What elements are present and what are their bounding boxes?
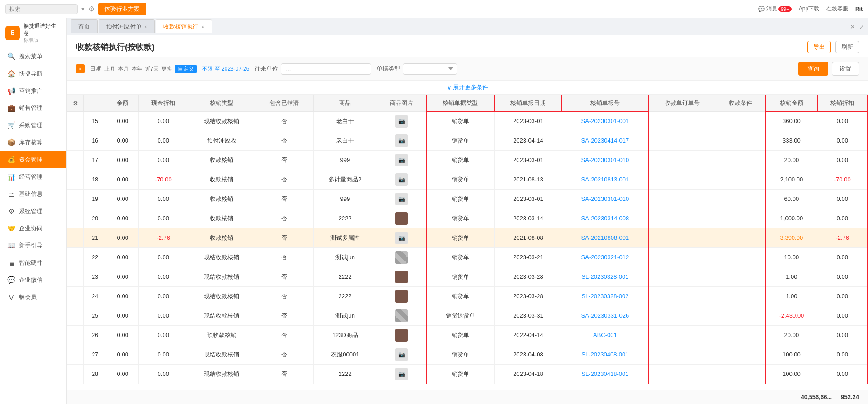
sidebar-item-hardware[interactable]: 🖥智能硬件 — [0, 254, 66, 271]
row-settings[interactable] — [67, 364, 84, 384]
table-footer: 40,556,66... 952.24 — [67, 390, 868, 404]
row-include-settled: 否 — [255, 131, 313, 150]
row-settings[interactable] — [67, 247, 84, 267]
date-link-7days[interactable]: 近7天 — [145, 65, 159, 73]
sidebar-item-wechat[interactable]: 💬企业微信 — [0, 271, 66, 289]
tab-close-all-icon[interactable]: ✕ — [850, 23, 855, 30]
row-seq: 21 — [84, 228, 107, 247]
th-include-settled: 包含已结清 — [255, 95, 313, 111]
sidebar-item-member[interactable]: V畅会员 — [0, 289, 66, 306]
settings-col-header[interactable]: ⚙ — [67, 95, 84, 111]
from-unit-input[interactable] — [281, 63, 371, 75]
page-actions: 导出 刷新 — [807, 41, 859, 53]
th-writeoff-type: 核销类型 — [188, 95, 255, 111]
row-writeoff-discount: 0.00 — [817, 247, 868, 267]
row-receipt-order-no — [648, 150, 716, 170]
row-writeoff-type: 收款核销 — [188, 228, 255, 247]
doc-type-select[interactable] — [403, 63, 457, 75]
date-label: 日期 — [90, 65, 102, 73]
tab-prepay[interactable]: 预付冲应付单 × — [99, 19, 155, 33]
row-receipt-terms — [716, 131, 765, 150]
row-settings[interactable] — [67, 131, 84, 150]
row-include-settled: 否 — [255, 150, 313, 170]
tab-receipt-close[interactable]: × — [201, 24, 204, 29]
row-goods-image — [377, 267, 426, 286]
date-link-this-month[interactable]: 本月 — [118, 65, 129, 73]
row-receipt-terms — [716, 150, 765, 170]
th-goods: 商品 — [313, 95, 377, 111]
row-goods-image: 📷 — [377, 150, 426, 170]
row-writeoff-amount: 1.00 — [765, 286, 817, 306]
row-settings[interactable] — [67, 170, 84, 189]
main: 首页 预付冲应付单 × 收款核销执行 × ✕ ⤢ 收款核销执行(按收款) 导出 — [67, 18, 868, 404]
row-settings[interactable] — [67, 209, 84, 228]
row-settings[interactable] — [67, 228, 84, 247]
row-receipt-order-no — [648, 247, 716, 267]
date-link-last-month[interactable]: 上月 — [104, 65, 115, 73]
sidebar-item-guide[interactable]: 📖新手引导 — [0, 237, 66, 254]
sidebar-item-operations[interactable]: 📊经营管理 — [0, 168, 66, 185]
tab-prepay-close[interactable]: × — [144, 24, 147, 29]
filter-expand-arrow[interactable]: » — [76, 64, 85, 73]
sidebar-item-basic[interactable]: 🗃基础信息 — [0, 185, 66, 203]
filter-bar: » 日期 上月 本月 本年 近7天 更多 自定义 不限 至 2023-07-26… — [67, 57, 868, 81]
table-container[interactable]: ⚙ 余额 现金折扣 核销类型 包含已结清 商品 商品图片 核销单据类型 核销单报… — [67, 95, 868, 390]
table-row: 28 0.00 0.00 现结收款核销 否 2222 📷 销货单 2023-04… — [67, 364, 868, 384]
row-receipt-terms — [716, 267, 765, 286]
row-balance: 0.00 — [107, 306, 138, 325]
sidebar-item-enterprise[interactable]: 🤝企业协同 — [0, 220, 66, 237]
date-filter-group: 日期 上月 本月 本年 近7天 更多 自定义 — [90, 65, 197, 73]
sidebar-item-search[interactable]: 🔍搜索菜单 — [0, 48, 66, 65]
home-icon: 🏠 — [7, 70, 15, 78]
row-settings[interactable] — [67, 345, 84, 364]
row-settings[interactable] — [67, 286, 84, 306]
industry-btn[interactable]: 体验行业方案 — [98, 3, 146, 15]
row-writeoff-doc-type: 销货单 — [426, 189, 494, 209]
row-writeoff-discount: 0.00 — [817, 345, 868, 364]
row-writeoff-doc-type: 销货单 — [426, 131, 494, 150]
page-title: 收款核销执行(按收款) — [76, 42, 155, 52]
sidebar-item-inventory[interactable]: 📦库存核算 — [0, 134, 66, 151]
message-label: 消息 — [766, 5, 777, 13]
sidebar-item-marketing[interactable]: 📢营销推广 — [0, 82, 66, 100]
row-settings[interactable] — [67, 150, 84, 170]
message-area[interactable]: 💬 消息 99+ — [758, 5, 792, 13]
row-receipt-order-no — [648, 325, 716, 345]
query-button[interactable]: 查询 — [798, 62, 828, 76]
row-settings[interactable] — [67, 189, 84, 209]
online-service[interactable]: 在线客服 — [826, 5, 848, 13]
dropdown-icon[interactable]: ▾ — [81, 5, 85, 12]
sidebar-item-quicknav[interactable]: 🏠快捷导航 — [0, 65, 66, 82]
row-cash-discount: 0.00 — [139, 306, 188, 325]
date-link-this-year[interactable]: 本年 — [132, 65, 142, 73]
tab-receipt[interactable]: 收款核销执行 × — [156, 19, 212, 33]
row-settings[interactable] — [67, 306, 84, 325]
date-link-custom[interactable]: 自定义 — [175, 65, 197, 73]
row-balance: 0.00 — [107, 170, 138, 189]
sidebar-item-funds[interactable]: 💰资金管理 — [0, 151, 66, 168]
table-row: 23 0.00 0.00 现结收款核销 否 2222 销货单 2023-03-2… — [67, 267, 868, 286]
export-button[interactable]: 导出 — [807, 41, 831, 53]
date-link-more[interactable]: 更多 — [161, 65, 172, 73]
row-seq: 25 — [84, 306, 107, 325]
setting-button[interactable]: 设置 — [832, 62, 859, 76]
row-settings[interactable] — [67, 111, 84, 131]
row-seq: 22 — [84, 247, 107, 267]
tab-expand-icon[interactable]: ⤢ — [859, 23, 864, 30]
tab-home[interactable]: 首页 — [71, 19, 98, 33]
refresh-button[interactable]: 刷新 — [835, 41, 859, 53]
app-download[interactable]: App下载 — [799, 5, 819, 13]
row-settings[interactable] — [67, 325, 84, 345]
user-name[interactable]: Rit — [855, 6, 863, 12]
settings-icon[interactable]: ⚙ — [88, 5, 94, 13]
sidebar-item-purchase[interactable]: 🛒采购管理 — [0, 117, 66, 134]
row-seq: 27 — [84, 345, 107, 364]
sidebar-item-sales[interactable]: 💼销售管理 — [0, 100, 66, 117]
row-settings[interactable] — [67, 267, 84, 286]
sidebar-item-system[interactable]: ⚙系统管理 — [0, 203, 66, 220]
row-goods-image: 📷 — [377, 189, 426, 209]
row-receipt-order-no — [648, 345, 716, 364]
search-input[interactable] — [5, 4, 78, 14]
expand-conditions-btn[interactable]: ∨ 展开更多条件 — [447, 83, 488, 91]
row-writeoff-type: 预收款核销 — [188, 325, 255, 345]
